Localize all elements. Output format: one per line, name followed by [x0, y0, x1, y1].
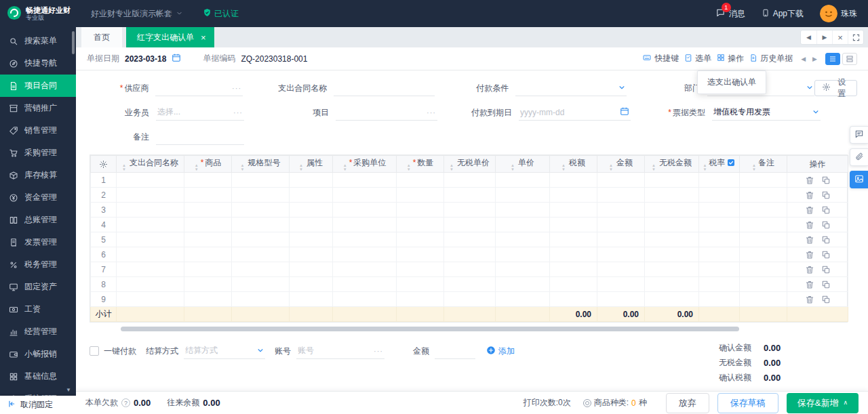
grid-cell[interactable] — [444, 277, 496, 292]
grid-cell[interactable] — [232, 218, 290, 232]
grid-cell[interactable] — [397, 247, 444, 262]
fullscreen-icon[interactable] — [848, 30, 863, 45]
grid-cell[interactable] — [597, 247, 645, 262]
grid-cell[interactable] — [184, 203, 232, 218]
grid-cell[interactable] — [290, 262, 333, 277]
grid-cell[interactable] — [699, 292, 740, 307]
grid-cell[interactable] — [397, 173, 444, 188]
grid-cell[interactable] — [550, 173, 597, 188]
sidebar-item-tax[interactable]: 税务管理 — [0, 253, 76, 276]
grid-cell[interactable] — [117, 203, 184, 218]
grid-cell[interactable] — [496, 188, 550, 203]
grid-cell[interactable] — [496, 203, 550, 218]
attachment-tool-button[interactable] — [850, 148, 868, 166]
grid-cell[interactable] — [740, 247, 787, 262]
supplier-input[interactable]: ··· — [155, 80, 243, 96]
grid-cell[interactable] — [290, 218, 333, 232]
sidebar-item-general-ledger[interactable]: 总账管理 — [0, 209, 76, 231]
grid-cell[interactable] — [333, 292, 397, 307]
grid-cell[interactable] — [333, 232, 397, 247]
sort-icon[interactable] — [511, 163, 515, 171]
col-tax-rate[interactable]: 税率 — [699, 156, 740, 173]
col-purchase-unit[interactable]: *采购单位 — [333, 156, 397, 173]
grid-cell[interactable] — [699, 173, 740, 188]
grid-cell[interactable] — [444, 218, 496, 232]
grid-cell[interactable] — [550, 188, 597, 203]
grid-cell[interactable] — [699, 188, 740, 203]
copy-row-icon[interactable] — [821, 265, 831, 274]
col-attribute[interactable]: 属性 — [290, 156, 333, 173]
delete-row-icon[interactable] — [805, 235, 814, 245]
col-remark[interactable]: 备注 — [740, 156, 787, 173]
sidebar-item-quick-nav[interactable]: 快捷导航 — [0, 52, 76, 75]
grid-cell[interactable] — [333, 247, 397, 262]
grid-cell[interactable] — [645, 292, 699, 307]
sort-icon[interactable] — [343, 163, 347, 171]
sidebar-item-search-menu[interactable]: 搜索菜单 — [0, 30, 76, 52]
grid-cell[interactable] — [740, 232, 787, 247]
grid-cell[interactable] — [117, 292, 184, 307]
copy-row-icon[interactable] — [821, 205, 831, 215]
grid-cell[interactable] — [397, 277, 444, 292]
grid-cell[interactable] — [290, 173, 333, 188]
grid-cell[interactable] — [290, 188, 333, 203]
salesman-select[interactable]: 选择...··· — [156, 104, 244, 121]
grid-cell[interactable] — [290, 232, 333, 247]
grid-cell[interactable] — [699, 277, 740, 292]
grid-cell[interactable] — [699, 218, 740, 232]
grid-cell[interactable] — [444, 173, 496, 188]
sidebar-item-operations[interactable]: 经营管理 — [0, 320, 76, 343]
col-net-unit-price[interactable]: 无税单价 — [444, 156, 496, 173]
copy-row-icon[interactable] — [821, 295, 831, 304]
grid-cell[interactable] — [397, 232, 444, 247]
prev-doc-icon[interactable]: ◀ — [801, 56, 806, 62]
grid-cell[interactable] — [550, 247, 597, 262]
sort-icon[interactable] — [299, 163, 303, 171]
dropdown-item-expense-confirm[interactable]: 选支出确认单 — [698, 71, 766, 94]
tab-red-expense-confirm[interactable]: 红字支出确认单 × — [126, 27, 214, 47]
grid-cell[interactable] — [444, 247, 496, 262]
grid-cell[interactable] — [597, 292, 645, 307]
grid-cell[interactable] — [232, 188, 290, 203]
grid-cell[interactable] — [444, 262, 496, 277]
grid-cell[interactable] — [444, 188, 496, 203]
grid-cell[interactable] — [645, 218, 699, 232]
grid-cell[interactable] — [184, 277, 232, 292]
grid-cell[interactable] — [117, 218, 184, 232]
grid-cell[interactable] — [496, 277, 550, 292]
calendar-icon[interactable] — [620, 106, 629, 118]
unpin-sidebar-button[interactable]: 取消固定 — [0, 396, 76, 414]
delete-row-icon[interactable] — [805, 220, 814, 230]
grid-cell[interactable] — [597, 218, 645, 232]
doc-date-value[interactable]: 2023-03-18 — [125, 54, 166, 64]
grid-cell[interactable] — [496, 247, 550, 262]
invoice-type-select[interactable]: 增值税专用发票 — [712, 104, 821, 121]
one-click-pay-label[interactable]: 一键付款 — [104, 346, 136, 357]
col-net-amount[interactable]: 无税金额 — [645, 156, 699, 173]
account-set-select[interactable]: 好业财专业版演示帐套 — [91, 8, 182, 20]
sort-icon[interactable] — [450, 163, 454, 171]
copy-row-icon[interactable] — [821, 190, 831, 200]
grid-cell[interactable] — [496, 218, 550, 232]
grid-cell[interactable] — [740, 292, 787, 307]
grid-cell[interactable] — [740, 203, 787, 218]
more-icon[interactable]: ··· — [233, 108, 243, 117]
grid-cell[interactable] — [397, 188, 444, 203]
grid-cell[interactable] — [117, 262, 184, 277]
grid-cell[interactable] — [645, 203, 699, 218]
grid-cell[interactable] — [333, 188, 397, 203]
sort-icon[interactable] — [752, 163, 756, 171]
close-tab-icon[interactable]: × — [201, 33, 206, 43]
save-and-new-button[interactable]: 保存&新增∧ — [787, 393, 859, 413]
grid-cell[interactable] — [550, 292, 597, 307]
col-product[interactable]: *商品 — [184, 156, 232, 173]
sort-icon[interactable] — [195, 163, 199, 171]
sort-icon[interactable] — [561, 163, 566, 171]
sort-icon[interactable] — [122, 163, 126, 171]
grid-cell[interactable] — [645, 247, 699, 262]
grid-cell[interactable] — [117, 232, 184, 247]
grid-cell[interactable] — [184, 188, 232, 203]
sidebar-item-basic-info[interactable]: 基础信息 — [0, 365, 76, 388]
sidebar-item-project-contract[interactable]: 项目合同 — [0, 75, 76, 97]
pay-amount-input[interactable] — [435, 343, 475, 359]
